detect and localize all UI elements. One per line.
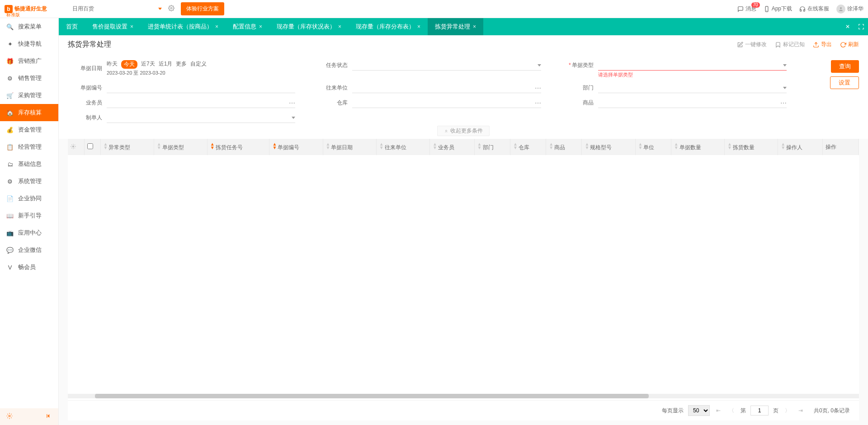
column-settings-button[interactable] (68, 139, 84, 155)
column-header[interactable]: ▲▼单据日期 (323, 139, 376, 155)
tab-close-icon[interactable]: × (417, 24, 420, 30)
batch-edit-button[interactable]: 一键修改 (737, 41, 767, 48)
tab-5[interactable]: 现存量（库存分布表）× (349, 18, 428, 35)
sidebar-item-label: 畅会员 (18, 263, 36, 271)
tab-0[interactable]: 首页 (59, 18, 85, 35)
online-cs-button[interactable]: 在线客服 (799, 5, 829, 13)
task-status-input[interactable] (352, 60, 541, 71)
horizontal-scrollbar[interactable] (68, 394, 859, 398)
sidebar-item-6[interactable]: 💰资金管理 (0, 121, 58, 138)
tab-2[interactable]: 进货单统计表（按商品）× (141, 18, 226, 35)
sidebar-item-1[interactable]: ✦快捷导航 (0, 35, 58, 52)
more-icon[interactable]: ⋯ (780, 99, 787, 107)
column-header[interactable]: ▲▼单据编号 (269, 139, 323, 155)
column-header[interactable]: ▲▼拣货数量 (724, 139, 778, 155)
sidebar-item-0[interactable]: 🔍搜索菜单 (0, 18, 58, 35)
chevron-down-icon[interactable] (538, 64, 541, 66)
column-header[interactable]: ▲▼业务员 (429, 139, 474, 155)
date-preset-2[interactable]: 近7天 (141, 60, 155, 69)
column-header[interactable]: ▲▼商品 (546, 139, 582, 155)
select-all-checkbox[interactable] (84, 139, 100, 155)
sidebar-item-13[interactable]: 💬企业微信 (0, 241, 58, 259)
first-page-button[interactable]: ⇤ (714, 407, 722, 414)
select-all-input[interactable] (87, 143, 93, 149)
column-header[interactable]: ▲▼异常类型 (100, 139, 154, 155)
tab-close-icon[interactable]: × (259, 24, 262, 30)
column-header[interactable]: ▲▼操作人 (778, 139, 823, 155)
more-icon[interactable]: ⋯ (289, 99, 295, 107)
headset-icon (799, 6, 806, 12)
column-header[interactable]: ▲▼规格型号 (582, 139, 635, 155)
tab-6[interactable]: 拣货异常处理× (428, 18, 483, 35)
svg-point-0 (170, 7, 172, 9)
sidebar-settings-icon[interactable] (6, 413, 13, 420)
tab-close-icon[interactable]: × (473, 24, 476, 30)
sidebar-item-4[interactable]: 🛒采购管理 (0, 87, 58, 104)
salesman-input[interactable] (107, 98, 295, 108)
sidebar-item-2[interactable]: 🎁营销推广 (0, 52, 58, 70)
prev-page-button[interactable]: 〈 (727, 407, 736, 415)
more-icon[interactable]: ⋯ (535, 85, 541, 92)
sidebar-item-7[interactable]: 📋经营管理 (0, 138, 58, 156)
column-header[interactable]: ▲▼单位 (635, 139, 671, 155)
sidebar-item-5[interactable]: 🏠库存核算 (0, 104, 58, 121)
chevron-down-icon[interactable] (783, 64, 787, 66)
chevron-down-icon[interactable] (292, 117, 295, 119)
partner-input[interactable] (352, 83, 541, 93)
settings-button[interactable]: 设置 (830, 76, 859, 89)
sidebar-item-8[interactable]: 🗂基础信息 (0, 156, 58, 173)
next-page-button[interactable]: 〉 (783, 407, 792, 415)
per-page-select[interactable]: 50 (688, 405, 710, 416)
department-input[interactable] (598, 83, 787, 93)
collapse-button[interactable]: 收起更多条件 (437, 126, 490, 136)
app-download-button[interactable]: App下载 (764, 5, 792, 13)
svg-point-7 (73, 146, 74, 147)
sidebar-item-10[interactable]: 📄企业协同 (0, 190, 58, 207)
order-no-input[interactable] (107, 83, 295, 93)
date-preset-5[interactable]: 自定义 (190, 60, 207, 69)
tab-fullscreen-button[interactable] (854, 18, 868, 35)
export-button[interactable]: 导出 (813, 41, 832, 48)
sidebar-icon: V (6, 264, 14, 271)
page-number-input[interactable] (750, 406, 769, 416)
sidebar-item-9[interactable]: ⚙系统管理 (0, 173, 58, 190)
date-preset-4[interactable]: 更多 (176, 60, 187, 69)
refresh-button[interactable]: 刷新 (840, 41, 859, 48)
sidebar-item-12[interactable]: 📺应用中心 (0, 224, 58, 241)
query-button[interactable]: 查询 (831, 60, 859, 73)
sidebar-item-3[interactable]: ⚙销售管理 (0, 70, 58, 87)
goods-input[interactable] (598, 98, 787, 108)
tab-4[interactable]: 现存量（库存状况表）× (269, 18, 349, 35)
date-preset-0[interactable]: 昨天 (107, 60, 118, 69)
column-header[interactable]: ▲▼单据类型 (154, 139, 207, 155)
column-header[interactable]: ▲▼仓库 (510, 139, 546, 155)
settings-icon[interactable] (168, 5, 175, 13)
tab-close-all-button[interactable]: ✕ (841, 18, 854, 35)
column-header[interactable]: ▲▼拣货任务号 (207, 139, 269, 155)
column-header[interactable]: ▲▼部门 (474, 139, 510, 155)
tab-close-icon[interactable]: × (215, 24, 218, 30)
org-selector[interactable]: 日用百货 (72, 5, 162, 13)
sidebar-collapse-icon[interactable] (46, 413, 52, 420)
column-header[interactable]: ▲▼单据数量 (671, 139, 724, 155)
sidebar-item-11[interactable]: 📖新手引导 (0, 207, 58, 224)
maker-input[interactable] (107, 113, 295, 123)
more-icon[interactable]: ⋯ (535, 99, 541, 107)
date-preset-1[interactable]: 今天 (121, 60, 137, 69)
last-page-button[interactable]: ⇥ (797, 407, 805, 414)
tab-close-icon[interactable]: × (338, 24, 341, 30)
tab-close-icon[interactable]: × (130, 24, 133, 30)
date-preset-3[interactable]: 近1月 (159, 60, 173, 69)
messages-button[interactable]: 消息 70 (737, 5, 756, 13)
mark-known-button[interactable]: 标记已知 (775, 41, 805, 48)
user-menu[interactable]: 徐泽华 (836, 5, 863, 14)
sidebar-item-14[interactable]: V畅会员 (0, 259, 58, 276)
tab-1[interactable]: 售价提取设置× (85, 18, 141, 35)
tab-3[interactable]: 配置信息× (226, 18, 269, 35)
cta-button[interactable]: 体验行业方案 (181, 2, 224, 15)
warehouse-input[interactable] (352, 98, 541, 108)
order-type-input[interactable] (598, 60, 787, 71)
chevron-down-icon[interactable] (783, 87, 787, 89)
scrollbar-thumb[interactable] (95, 394, 649, 398)
column-header[interactable]: ▲▼往来单位 (376, 139, 429, 155)
